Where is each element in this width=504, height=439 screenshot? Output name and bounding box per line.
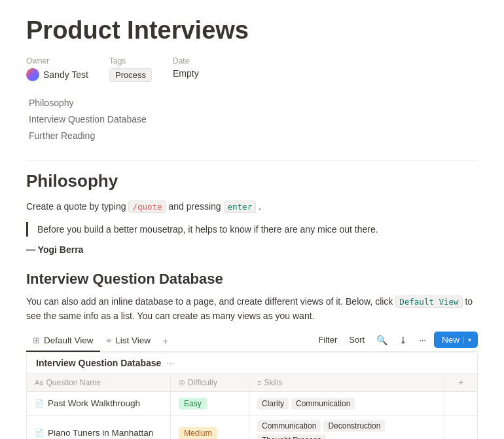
page-container: Product Interviews Owner Sandy Test Tags… [0,0,504,439]
search-icon[interactable]: 🔍 [372,333,391,347]
quote-author: — Yogi Berra [26,244,478,255]
row1-name: Past Work Walkthrough [48,398,140,408]
row2-name-cell[interactable]: 📄 Piano Tuners in Manhattan [27,416,171,439]
quote-text: Before you build a better mousetrap, it … [37,222,478,237]
spacer-1 [26,255,478,271]
divider-1 [26,160,478,161]
table-row: 📄 Piano Tuners in Manhattan Medium Commu… [27,416,477,439]
col-header-difficulty: ◎ Difficulty [171,374,249,391]
database-section-title: Interview Question Database [26,271,478,288]
row1-difficulty-cell[interactable]: Easy [171,392,249,415]
date-meta: Date Empty [173,56,199,79]
skill-communication-2: Communication [257,420,321,432]
row2-name: Piano Tuners in Manhattan [48,428,153,438]
owner-value: Sandy Test [26,68,88,81]
blockquote: Before you build a better mousetrap, it … [26,222,478,237]
view-tabs: ⊞ Default View ≡ List View + Filter Sort… [26,332,478,352]
new-button[interactable]: New ▾ [434,332,478,348]
row1-page-icon: 📄 [35,399,44,408]
skill-deconstruction: Deconstruction [323,420,385,432]
multiselect-icon: ≡ [257,379,261,387]
db-table-header: Interview Question Database ··· [27,353,477,374]
tab-list-view[interactable]: ≡ List View [100,332,157,352]
row1-add-cell [444,392,477,415]
database-desc: You can also add an inline database to a… [26,294,478,324]
date-label: Date [173,56,199,66]
db-table-dots[interactable]: ··· [166,358,174,368]
db-table-title: Interview Question Database [36,358,161,368]
philosophy-section: Philosophy Create a quote by typing /quo… [26,171,478,255]
toc-item-further-reading[interactable]: Further Reading [29,128,478,144]
owner-name: Sandy Test [43,69,88,80]
table-row: 📄 Past Work Walkthrough Easy Clarity Com… [27,392,477,416]
col-header-add[interactable]: + [444,374,477,391]
more-icon[interactable]: ··· [415,333,430,347]
row1-difficulty-badge: Easy [179,398,207,410]
row2-skills-cell: Communication Deconstruction Thought Pro… [249,416,444,439]
row2-add-cell [444,416,477,439]
db-col-headers: Aa Question Name ◎ Difficulty ≡ Skills + [27,374,477,392]
table-of-contents: Philosophy Interview Question Database F… [26,95,478,145]
row2-page-icon: 📄 [35,429,44,437]
tab-list-label: List View [115,335,151,345]
database-table: Interview Question Database ··· Aa Quest… [26,352,478,439]
filter-button[interactable]: Filter [314,333,341,347]
col-header-skills: ≡ Skills [249,374,444,391]
add-view-button[interactable]: + [157,333,173,350]
enter-code: enter [224,200,257,213]
group-icon[interactable]: ⤓ [395,333,411,347]
owner-avatar [26,68,39,81]
owner-label: Owner [26,56,88,66]
tags-value: Process [109,68,152,82]
new-button-arrow: ▾ [463,336,471,343]
list-icon: ≡ [107,335,112,345]
row2-difficulty-badge: Medium [179,427,217,439]
philosophy-title: Philosophy [26,171,478,191]
new-button-label: New [442,335,459,345]
tab-actions: Filter Sort 🔍 ⤓ ··· New ▾ [314,332,478,351]
page-title: Product Interviews [26,16,478,46]
skill-thought-process: Thought Process [257,434,326,439]
tags-label: Tags [109,56,152,66]
philosophy-desc: Create a quote by typing /quote and pres… [26,199,478,214]
default-view-code: Default View [395,296,462,308]
process-tag[interactable]: Process [109,68,152,82]
skill-communication: Communication [291,398,355,410]
quote-code: /quote [128,200,166,213]
owner-meta: Owner Sandy Test [26,56,88,81]
date-value: Empty [173,68,199,79]
col-header-name: Aa Question Name [27,374,171,391]
desc-prefix: Create a quote by typing [26,201,126,212]
tab-default-label: Default View [44,335,94,345]
database-section: Interview Question Database You can also… [26,271,478,439]
text-icon: Aa [35,379,43,387]
sort-button[interactable]: Sort [345,333,369,347]
desc-suffix: . [259,201,261,212]
row1-skills-cell: Clarity Communication [249,392,444,415]
select-icon: ◎ [179,378,185,387]
tab-default-view[interactable]: ⊞ Default View [26,332,100,352]
toc-item-philosophy[interactable]: Philosophy [29,95,478,111]
row1-name-cell[interactable]: 📄 Past Work Walkthrough [27,392,171,415]
metadata-row: Owner Sandy Test Tags Process Date Empty [26,56,478,82]
skill-clarity: Clarity [257,398,289,410]
toc-item-database[interactable]: Interview Question Database [29,111,478,128]
tags-meta: Tags Process [109,56,152,82]
row2-difficulty-cell[interactable]: Medium [171,416,249,439]
add-col-icon: + [458,378,463,387]
table-icon: ⊞ [33,335,40,345]
